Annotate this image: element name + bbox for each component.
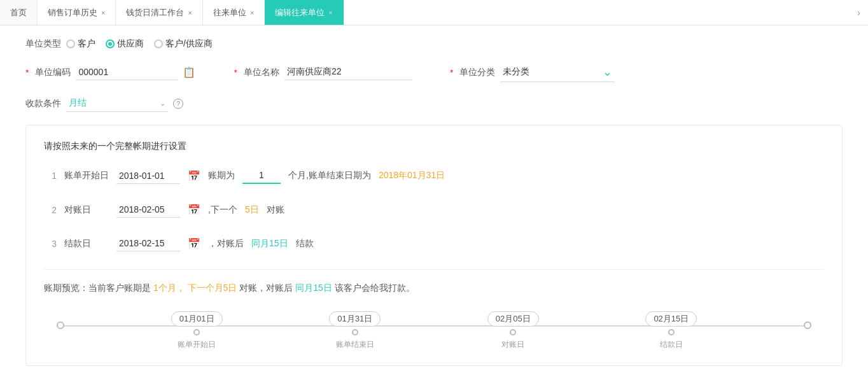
timeline-label-3: 对账日: [501, 339, 524, 350]
timeline-dot-3: [510, 329, 516, 335]
tab-cash-work[interactable]: 钱货日清工作台 ×: [116, 0, 202, 25]
preview-text: 账期预览：当前客户账期是 1个月， 下一个月5日 对账，对账后 同月15日 该客…: [44, 280, 824, 296]
tab-edit-close-icon[interactable]: ×: [328, 9, 332, 17]
row-1-cal-icon[interactable]: 📅: [188, 170, 200, 182]
timeline-label-2: 账单结束日: [336, 339, 374, 350]
row-1-num: 1: [44, 171, 57, 181]
row-3-suffix: 结款: [296, 238, 314, 250]
radio-supplier-label: 供应商: [117, 38, 144, 50]
payment-dropdown[interactable]: 月结 ⌄: [66, 95, 168, 112]
payment-group: 收款条件 月结 ⌄ ?: [25, 95, 183, 112]
row-1-date-input[interactable]: [116, 168, 180, 184]
unit-code-input[interactable]: [76, 64, 178, 80]
timeline-pill-4: 02月15日: [645, 311, 697, 327]
tab-cash-label: 钱货日清工作台: [126, 7, 184, 18]
radio-supplier[interactable]: 供应商: [106, 38, 144, 50]
row-3-highlight: 同月15日: [251, 238, 288, 250]
radio-both-circle: [154, 39, 163, 48]
timeline-start-dot: [57, 311, 64, 329]
row-2-label: 对账日: [64, 204, 109, 216]
unit-classify-value: 未分类: [503, 66, 598, 78]
timeline-point-3: 02月05日 对账日: [487, 311, 539, 350]
row-1-label: 账单开始日: [64, 170, 109, 181]
payment-label: 收款条件: [25, 98, 61, 109]
timeline-dot-1: [193, 329, 200, 335]
preview-end: 该客户会给我打款。: [335, 283, 415, 293]
tab-unit-list[interactable]: 往来单位 ×: [203, 0, 265, 25]
radio-supplier-circle: [106, 39, 115, 48]
tab-home[interactable]: 首页: [0, 0, 38, 25]
preview-part3: 同月15日: [295, 283, 332, 293]
timeline-label-4: 结款日: [660, 339, 683, 350]
radio-customer-label: 客户: [78, 38, 95, 50]
timeline-pill-1: 01月01日: [171, 311, 223, 327]
unit-classify-star: *: [450, 67, 453, 78]
row-3-prefix: ，对账后: [208, 238, 244, 250]
radio-both[interactable]: 客户/供应商: [154, 38, 213, 50]
timeline-end-dot: [804, 311, 811, 329]
row-1-prefix: 账期为: [208, 170, 235, 181]
row-2-cal-icon[interactable]: 📅: [188, 204, 200, 216]
preview-part1: 1个月，: [153, 283, 185, 293]
row-2-num: 2: [44, 205, 57, 215]
payment-row: 收款条件 月结 ⌄ ?: [25, 95, 843, 112]
row-3-num: 3: [44, 239, 57, 249]
radio-customer[interactable]: 客户: [66, 38, 95, 50]
timeline-point-2: 01月31日 账单结束日: [329, 311, 381, 350]
tab-cash-close-icon[interactable]: ×: [188, 9, 192, 17]
row-2-prefix: ,下一个: [208, 204, 237, 216]
tab-home-label: 首页: [10, 7, 27, 18]
tab-edit-unit[interactable]: 编辑往来单位 ×: [265, 0, 343, 25]
payment-arrow-icon: ⌄: [160, 99, 165, 108]
radio-customer-circle: [66, 39, 75, 48]
timeline-label-1: 账单开始日: [178, 339, 216, 350]
unit-info-row: * 单位编码 📋 * 单位名称 * 单位分类 未分类 ⌄: [25, 62, 843, 82]
unit-classify-group: * 单位分类 未分类 ⌄: [450, 62, 615, 82]
timeline-pill-3: 02月05日: [487, 311, 539, 327]
unit-classify-label: 单位分类: [459, 67, 495, 78]
timeline-point-1: 01月01日 账单开始日: [171, 311, 223, 350]
row-3-label: 结款日: [64, 238, 109, 250]
tab-expand-button[interactable]: ›: [850, 0, 868, 25]
unit-type-group: 单位类型 客户 供应商 客户/供应商: [25, 38, 213, 50]
tab-unit-close-icon[interactable]: ×: [250, 9, 254, 17]
row-2-highlight: 5日: [245, 204, 259, 216]
tab-sales-close-icon[interactable]: ×: [101, 9, 105, 17]
row-1-highlight: 2018年01月31日: [379, 170, 445, 181]
radio-group: 客户 供应商 客户/供应商: [66, 38, 213, 50]
unit-code-group: * 单位编码 📋: [25, 64, 195, 80]
timeline-dot-4: [668, 329, 675, 335]
period-input[interactable]: [242, 167, 281, 184]
classify-arrow-icon: ⌄: [603, 65, 612, 79]
tab-edit-label: 编辑往来单位: [275, 7, 325, 18]
timeline-point-4: 02月15日 结款日: [645, 311, 697, 350]
row-2-date-input[interactable]: [116, 202, 180, 218]
unit-name-input[interactable]: [284, 64, 412, 80]
unit-type-row: 单位类型 客户 供应商 客户/供应商: [25, 38, 843, 50]
tab-bar: 首页 销售订单历史 × 钱货日清工作台 × 往来单位 × 编辑往来单位 × ›: [0, 0, 868, 25]
unit-code-icon[interactable]: 📋: [183, 66, 195, 78]
unit-name-label: 单位名称: [244, 67, 279, 78]
end-dot-circle: [804, 321, 811, 329]
section-title: 请按照未来的一个完整帐期进行设置: [44, 141, 824, 152]
unit-code-label: 单位编码: [35, 67, 71, 78]
row-3-date-input[interactable]: [116, 236, 180, 251]
row-2-suffix: 对账: [267, 204, 284, 216]
unit-classify-dropdown[interactable]: 未分类 ⌄: [500, 62, 615, 82]
preview-mid: 对账，对账后: [239, 283, 293, 293]
timeline-container: 01月01日 账单开始日 01月31日 账单结束日 02月05日 对账日: [44, 311, 824, 350]
row-1-suffix: 个月,账单结束日期为: [288, 170, 371, 181]
timeline-dot-2: [352, 329, 358, 335]
preview-part2: 下一个月5日: [188, 283, 237, 293]
main-content: 单位类型 客户 供应商 客户/供应商 * 单位编码: [0, 25, 868, 387]
timeline-line: [57, 325, 811, 327]
payment-help-icon[interactable]: ?: [173, 99, 183, 109]
unit-name-group: * 单位名称: [234, 64, 411, 80]
row-3-cal-icon[interactable]: 📅: [188, 237, 200, 250]
tab-unit-label: 往来单位: [213, 7, 246, 18]
unit-code-star: *: [25, 67, 29, 78]
period-section: 请按照未来的一个完整帐期进行设置 1 账单开始日 📅 账期为 个月,账单结束日期…: [25, 125, 843, 366]
tab-sales-history[interactable]: 销售订单历史 ×: [38, 0, 116, 25]
period-row-2: 2 对账日 📅 ,下一个 5日 对账: [44, 202, 824, 218]
radio-both-label: 客户/供应商: [165, 38, 213, 50]
